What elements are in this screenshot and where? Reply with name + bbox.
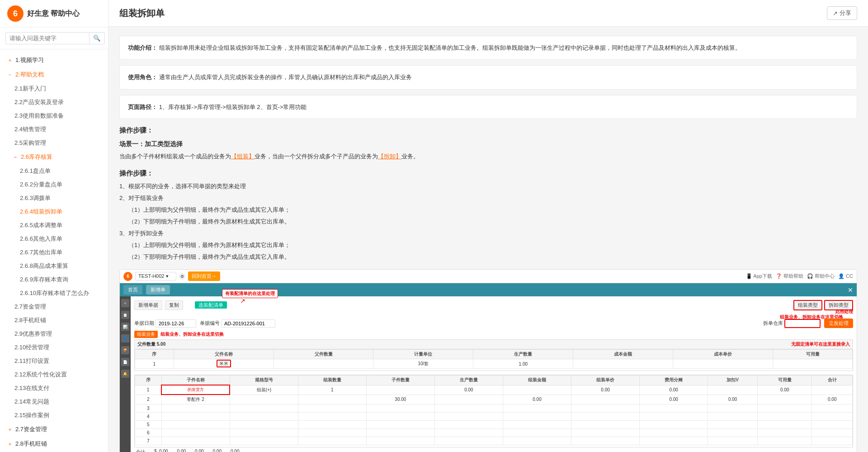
mock-parent-label: 父件数量 5.00 [137, 341, 165, 347]
mock-sidebar-icon-5: 📦 [121, 346, 129, 354]
sidebar-item-label: 2.帮助文档 [15, 71, 44, 79]
mock-footer-val5: 0.00 [231, 449, 239, 452]
mock-lcol-asm-amt: 组装金额 [503, 376, 571, 385]
mock-cell-avail [773, 359, 853, 369]
main-panel: 组装拆卸单 ↗ 分享 功能介绍： 组装拆卸单用来处理企业组装或拆卸等加工业务，支… [108, 0, 868, 452]
mock-col-cost-amt: 成本金额 [573, 350, 673, 359]
mock-tab-home[interactable]: 首页 [123, 285, 142, 295]
sidebar-item-install[interactable]: 2.2产品安装及登录 [0, 95, 108, 109]
mock-upper-table-header: 父件数量 5.00 无固定清单可在这里直接录入 [135, 340, 853, 349]
mock-sidebar-icon-2: 📋 [121, 311, 129, 319]
sidebar-item-finance[interactable]: 2.7资金管理 [0, 300, 108, 314]
table-row: 6 [135, 429, 853, 437]
mock-nav-btn[interactable]: 回到首页→ [188, 271, 220, 281]
sidebar-item-label: 2.8手机旺铺 [15, 440, 47, 448]
sidebar-item-label: 2.7资金管理 [15, 425, 47, 433]
search-button[interactable]: 🔍 [90, 32, 105, 44]
sidebar-item-video[interactable]: ＋ 1.视频学习 [0, 53, 108, 67]
sidebar-item-payment[interactable]: 2.13在线支付 [0, 381, 108, 395]
sidebar-item-split[interactable]: 2.6.2分量盘点单 [0, 178, 108, 191]
mock-warehouse-label: 拆单仓库 [763, 320, 783, 327]
mock-footer-val1: $ 0.00 [154, 449, 168, 452]
sidebar-item-new[interactable]: 2.1新手入门 [0, 82, 108, 95]
mock-btn-add[interactable]: 新增单据 [134, 300, 162, 310]
sidebar-item-finance-top[interactable]: ＋ 2.7资金管理 [0, 422, 108, 437]
mock-date-input[interactable] [156, 319, 196, 328]
sidebar-item-data[interactable]: 2.3使用前数据准备 [0, 109, 108, 123]
mock-num-input[interactable] [221, 319, 275, 328]
mock-upper-table-wrapper: 父件数量 5.00 无固定清单可在这里直接录入 序 父件名称 父件数量 [134, 339, 853, 371]
path-text: 1、库存核算->库存管理->组装拆卸单 2、首页->常用功能 [159, 104, 307, 110]
mock-cell-cost-price [673, 359, 773, 369]
mock-app-dl: 📱 App下载 [746, 273, 772, 280]
mock-col-parent-name: 父件名称 [174, 350, 274, 359]
mock-footer-label: 合计 [136, 449, 145, 452]
mock-org-select[interactable]: TEST-H002 ▾ [135, 272, 176, 281]
mock-date-field: 单据日期 [134, 319, 196, 328]
mock-btn-assembly-type[interactable]: 组装类型 [793, 300, 822, 310]
sidebar-item-mobile-top[interactable]: ＋ 2.8手机旺铺 [0, 437, 108, 451]
function-intro-label: 功能介绍： [128, 44, 157, 51]
sidebar-item-ops[interactable]: 2.10经营管理 [0, 341, 108, 354]
sidebar-header: 6 好生意 帮助中心 [0, 0, 108, 28]
sidebar-item-sales[interactable]: 2.4销售管理 [0, 123, 108, 136]
mock-form-area: 新增单据 复制 有装配清单的在这里处理 ↗ 选装配清单 组装业务、拆卸业务在这里… [131, 296, 857, 452]
mock-btn-bom[interactable]: 选装配清单 [195, 301, 227, 309]
plus-icon: ＋ [7, 57, 13, 64]
mock-footer-val4: 0.00 [213, 449, 222, 452]
step-3-subs: （1）上部明细为父件明细，最终作为原材料生成其它出库单； （2）下部明细为子件明… [128, 240, 857, 262]
sidebar-item-faq[interactable]: 2.14常见问题 [0, 395, 108, 409]
sidebar-item-purchase[interactable]: 2.5采购管理 [0, 136, 108, 150]
function-intro-text: 组装拆卸单用来处理企业组装或拆卸等加工业务，支持有固定装配清单的产品加工业务，也… [159, 44, 741, 51]
sidebar-item-assembly[interactable]: 2.6.4组装拆卸单 [0, 205, 108, 219]
mock-col-avail: 可用量 [773, 350, 853, 359]
mock-lcol-alloc: 费用分摊 [640, 376, 708, 385]
sidebar-item-other-in[interactable]: 2.6.6其他入库单 [0, 232, 108, 246]
table-row: 1 米米 10/套 1.00 [135, 359, 853, 369]
step-3-sub1: （1）上部明细为父件明细，最终作为原材料生成其它出库单； [128, 240, 857, 250]
share-button[interactable]: ↗ 分享 [827, 6, 857, 20]
mock-window-tabs: 首页 新增单 [123, 285, 170, 295]
sidebar-item-docs[interactable]: － 2.帮助文档 [0, 67, 108, 82]
mock-col-seq: 序 [135, 350, 174, 359]
mock-date-label: 单据日期 [134, 320, 154, 327]
mock-parent-name-input[interactable]: 米米 [217, 360, 231, 367]
mock-cell-prod: 1.00 [473, 359, 573, 369]
sidebar-item-mobile[interactable]: 2.8手机旺铺 [0, 314, 108, 327]
mock-titlebar: 6 TEST-H002 ▾ ⚙ 回到首页→ 📱 App下载 ❓ 帮助帮助 🎧 帮… [120, 270, 857, 283]
sidebar: 6 好生意 帮助中心 🔍 ＋ 1.视频学习 － 2.帮助文档 2.1新手入门 2… [0, 0, 108, 452]
mock-upper-label: 组装业务 组装业务、拆卸业务在这里切换 [134, 331, 224, 338]
table-row: 7 [135, 437, 853, 445]
logo-icon: 6 [7, 5, 24, 22]
sidebar-item-stock-err[interactable]: 2.6.10库存账本错了怎么办 [0, 286, 108, 300]
mock-lcol-adj: 加扣V [708, 376, 758, 385]
mock-lcol-child-qty: 子件数量 [366, 376, 434, 385]
sidebar-item-other-out[interactable]: 2.6.7其他出库单 [0, 246, 108, 259]
steps-intro: 操作步骤： [119, 169, 857, 178]
mock-window-close[interactable]: ✕ [848, 286, 853, 294]
mock-lcol-child-name: 子件名称 [161, 376, 230, 385]
mock-titlebar-left: 6 TEST-H002 ▾ ⚙ 回到首页→ [123, 271, 220, 281]
sidebar-item-adjust[interactable]: 2.6.3调拨单 [0, 191, 108, 205]
mock-btn-copy[interactable]: 复制 [165, 300, 183, 310]
role-text: 通常由生产人员或库管人员完成拆装业务的操作，库管人员确认原材料的出库和产成品的入… [159, 74, 412, 81]
sidebar-item-warehouse[interactable]: － 2.6库存核算 [0, 150, 108, 164]
mock-tab-new[interactable]: 新增单 [146, 285, 170, 295]
sidebar-item-inventory[interactable]: 2.6.1盘点单 [0, 164, 108, 178]
sidebar-item-stock-check[interactable]: 2.6.9库存账本查询 [0, 273, 108, 286]
sidebar-item-cost[interactable]: 2.6.5成本调整单 [0, 219, 108, 232]
highlight-assembly[interactable]: 【组装】 [231, 153, 255, 160]
step-2-subs: （1）上部明细为父件明细，最终作为产成品生成其它入库单； （2）下部明细为子件明… [128, 205, 857, 227]
sidebar-item-personal[interactable]: 2.12系统个性化设置 [0, 368, 108, 381]
sidebar-item-goods-cost[interactable]: 2.6.8商品成本重算 [0, 259, 108, 273]
minus-icon-2: － [13, 153, 18, 161]
sidebar-item-coupon[interactable]: 2.9优惠券管理 [0, 327, 108, 341]
sidebar-item-print[interactable]: 2.11打印设置 [0, 354, 108, 368]
sidebar-item-cases[interactable]: 2.15操作案例 [0, 409, 108, 422]
search-input[interactable] [5, 32, 90, 44]
plus-icon-4: ＋ [7, 440, 13, 448]
minus-icon: － [7, 71, 13, 79]
mock-upper-label-row: 组装业务 组装业务、拆卸业务在这里切换 [134, 331, 853, 338]
highlight-disassembly[interactable]: 【拆卸】 [378, 153, 401, 160]
mock-lcol-total: 合计 [812, 376, 853, 385]
